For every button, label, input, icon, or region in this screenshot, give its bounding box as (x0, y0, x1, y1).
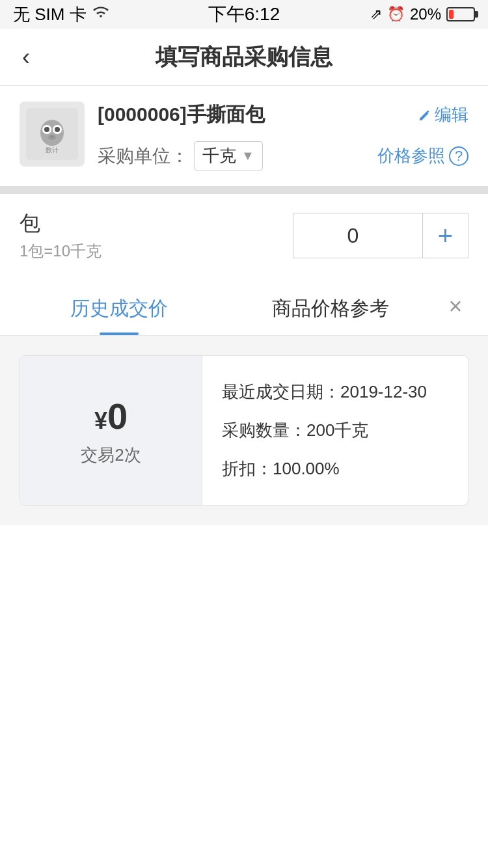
product-header: [0000006]手撕面包 编辑 (98, 102, 468, 128)
price-card: ¥0 交易2次 最近成交日期：2019-12-30 采购数量：200千克 折扣：… (20, 355, 468, 506)
status-left: 无 SIM 卡 (13, 3, 110, 26)
wifi-icon (92, 5, 110, 25)
product-full-name: [0000006]手撕面包 (98, 102, 265, 128)
tab-close-button[interactable]: × (436, 287, 475, 326)
location-icon: ⇗ (370, 6, 382, 23)
discount-row: 折扣：100.00% (222, 456, 448, 481)
quantity-input-group: + (293, 213, 468, 258)
back-button[interactable]: ‹ (16, 37, 36, 77)
edit-button[interactable]: 编辑 (418, 103, 468, 126)
product-thumbnail: 数计 (26, 108, 78, 160)
product-card: 数计 [0000006]手撕面包 编辑 采购单位： 千克 ▼ (0, 86, 488, 186)
svg-point-4 (44, 127, 49, 132)
quantity-plus-button[interactable]: + (423, 213, 468, 258)
tab-history-price[interactable]: 历史成交价 (13, 277, 224, 335)
tab-container: 历史成交价 商品价格参考 × ¥0 交易2次 最近成交日期：2019-12-30… (0, 277, 488, 525)
section-divider (0, 186, 488, 194)
quantity-input[interactable] (293, 213, 423, 258)
price-reference-button[interactable]: 价格参照 ? (377, 144, 468, 167)
price-summary: ¥0 交易2次 (20, 356, 202, 505)
page-title: 填写商品采购信息 (156, 42, 332, 72)
currency-symbol: ¥ (94, 407, 107, 434)
tab-product-price-ref[interactable]: 商品价格参考 (224, 277, 436, 335)
svg-text:数计: 数计 (46, 146, 59, 154)
battery-percentage: 20% (410, 5, 441, 23)
product-unit-row: 采购单位： 千克 ▼ 价格参照 ? (98, 141, 468, 170)
alarm-icon: ⏰ (387, 6, 405, 23)
price-value: ¥0 (94, 395, 128, 437)
quantity-label-group: 包 1包=10千克 (20, 210, 102, 262)
unit-select-button[interactable]: 千克 ▼ (194, 141, 263, 170)
battery-icon (446, 7, 475, 21)
price-content: ¥0 交易2次 最近成交日期：2019-12-30 采购数量：200千克 折扣：… (0, 336, 488, 525)
product-info: [0000006]手撕面包 编辑 采购单位： 千克 ▼ 价格参照 ? (98, 102, 468, 170)
dropdown-arrow-icon: ▼ (241, 148, 254, 163)
recent-date-row: 最近成交日期：2019-12-30 (222, 379, 448, 405)
edit-icon (418, 108, 432, 122)
status-time: 下午6:12 (208, 2, 280, 27)
main-content (0, 525, 488, 868)
status-bar: 无 SIM 卡 下午6:12 ⇗ ⏰ 20% (0, 0, 488, 29)
price-transactions: 交易2次 (81, 444, 141, 467)
quantity-row: 包 1包=10千克 + (0, 194, 488, 277)
purchase-qty-row: 采购数量：200千克 (222, 418, 448, 443)
tab-bar: 历史成交价 商品价格参考 × (0, 277, 488, 336)
unit-label: 采购单位： (98, 144, 189, 169)
price-details: 最近成交日期：2019-12-30 采购数量：200千克 折扣：100.00% (202, 356, 468, 505)
status-right: ⇗ ⏰ 20% (370, 5, 475, 23)
svg-point-5 (55, 127, 60, 132)
nav-bar: ‹ 填写商品采购信息 (0, 29, 488, 86)
carrier-text: 无 SIM 卡 (13, 3, 87, 26)
product-image: 数计 (20, 102, 85, 167)
quantity-conversion: 1包=10千克 (20, 241, 102, 262)
help-icon: ? (449, 146, 468, 166)
quantity-unit: 包 (20, 210, 102, 238)
